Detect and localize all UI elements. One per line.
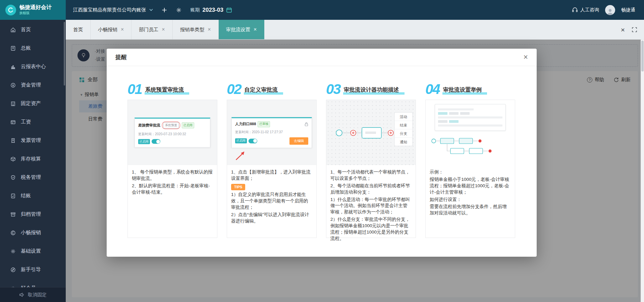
sidebar-item-funds[interactable]: 资金管理	[0, 76, 66, 94]
sidebar-item-general-ledger[interactable]: 总账	[0, 39, 66, 57]
sidebar-item-settings[interactable]: 基础设置	[0, 242, 66, 260]
sidebar-item-home[interactable]: 首页	[0, 20, 66, 39]
sidebar-item-label: 库存核算	[21, 156, 41, 162]
close-all-tabs-icon[interactable]: ×	[621, 26, 625, 33]
tab-expense[interactable]: 小畅报销 ×	[91, 20, 131, 39]
tab-home[interactable]: 首页	[66, 20, 91, 39]
paragraph: 2）点击“去编辑”可以进入到审批流设计器进行编辑。	[231, 212, 312, 224]
sidebar-item-payroll[interactable]: 工资	[0, 113, 66, 131]
toggle-on	[152, 139, 160, 144]
sidebar-item-label: 首页	[21, 27, 31, 33]
page-scrollbar[interactable]	[641, 40, 644, 302]
sidebar-item-inventory[interactable]: 库存核算	[0, 150, 66, 168]
mock-row: 差旅费审批流 系统预置 已启用	[138, 122, 207, 129]
fullscreen-icon[interactable]	[632, 27, 637, 33]
modal-column-designer: 03 审批流设计器功能描述	[326, 80, 416, 238]
app-logo-icon	[5, 5, 16, 15]
mock-chip	[460, 112, 470, 115]
sidebar-item-label: 发票管理	[21, 137, 41, 144]
mock-update-time: 更新时间：2020-11-02 17:27:37	[235, 130, 308, 135]
step-description: 1、每一个活动都代表一个审核的节点，可以设置多个节点； 2、每个活动都能在当前环…	[326, 165, 416, 247]
step-illustration: 差旅费审批流 系统预置 已启用 更新时间：2020-07-23 10:00:32…	[128, 100, 217, 165]
step-number: 02	[227, 83, 241, 96]
payroll-card-icon	[10, 119, 16, 125]
column-head: 04 审批流设置举例	[425, 80, 515, 96]
tab-approval-flow[interactable]: 审批流设置 ×	[219, 20, 265, 39]
step-heading: 审批流设计器功能描述	[343, 86, 405, 95]
tab-close-icon[interactable]: ×	[254, 27, 257, 32]
sidebar-item-label: 好会员	[21, 285, 36, 287]
red-highlight-ring: 系统预置	[162, 122, 180, 129]
sidebar-item-label: 新手引导	[21, 266, 41, 273]
chevron-down-icon	[149, 9, 153, 11]
username: 畅捷通	[621, 7, 635, 13]
sidebar-item-fixed-assets[interactable]: 固定资产	[0, 94, 66, 113]
page-scrollbar-thumb[interactable]	[641, 41, 644, 71]
app-title: 畅捷通好会计	[19, 4, 52, 10]
sidebar-item-label: 总账	[21, 45, 31, 51]
step-heading: 自定义审批流	[244, 86, 283, 95]
step-heading: 系统预置审批流	[145, 86, 190, 95]
tab-label: 首页	[73, 27, 83, 33]
tabbar-actions: ×	[621, 20, 644, 39]
unpin-sidebar-button[interactable]: 取消固定	[0, 287, 66, 302]
sidebar-item-label: 云报表中心	[21, 63, 46, 70]
designer-menu-branch: 分支	[400, 132, 407, 136]
funds-icon	[10, 82, 16, 88]
paragraph: 1、 每个报销单类型，系统会有默认的报销审批流。	[132, 169, 213, 182]
step-card: 示例： 报销单金额小于1000元，老板-会计审核流程；报销单金额超过1000元，…	[425, 100, 515, 238]
tab-label: 审批流设置	[226, 27, 251, 33]
tab-label: 报销单类型	[180, 27, 205, 33]
column-head: 02 自定义审批流	[227, 80, 317, 96]
tab-expense-type[interactable]: 报销单类型 ×	[173, 20, 219, 39]
sidebar-item-guide[interactable]: 新手引导	[0, 260, 66, 279]
tax-shield-icon	[10, 174, 16, 181]
sidebar-item-cloud-reports[interactable]: 云报表中心	[0, 57, 66, 76]
mock-chips	[438, 120, 502, 123]
headset-icon	[572, 7, 578, 13]
sidebar-item-label: 税务管理	[21, 174, 41, 181]
unpin-label: 取消固定	[28, 292, 47, 298]
status-badge: 已启用	[235, 138, 247, 144]
app-edition: 旗舰版	[19, 11, 52, 15]
tab-dept-staff[interactable]: 部门员工 ×	[131, 20, 172, 39]
company-selector[interactable]: 江西服宝精品有限责任公司内账张	[73, 7, 153, 13]
column-head: 03 审批流设计器功能描述	[326, 80, 416, 96]
accounting-period[interactable]: 账期 2023-03	[191, 7, 232, 13]
paragraph: 1、点击【新增审批流】，进入到审批流设置界面；	[231, 169, 312, 182]
mock-bar	[438, 116, 502, 118]
modal-title: 提醒	[115, 53, 127, 61]
tab-close-icon[interactable]: ×	[121, 27, 124, 32]
support-button[interactable]: 人工咨询	[572, 7, 599, 13]
tab-close-icon[interactable]: ×	[208, 27, 211, 32]
ledger-icon	[10, 45, 16, 51]
modal-close-icon[interactable]: ×	[524, 53, 528, 61]
mock-chip	[438, 112, 447, 115]
status-badge: 已启用	[138, 139, 150, 144]
step-number: 01	[127, 83, 142, 96]
add-account-button[interactable]	[162, 7, 167, 13]
step-heading: 审批流设置举例	[442, 86, 487, 95]
modal-body: 01 系统预置审批流 差旅费审批流 系统预置 已启用 更新时间：2020-07-…	[107, 66, 537, 238]
sidebar-item-invoice[interactable]: 发票管理	[0, 131, 66, 150]
sidebar-item-label: 小畅报销	[21, 230, 41, 236]
settings-gear-icon	[10, 248, 16, 254]
logo-text: 畅捷通好会计 旗舰版	[19, 4, 52, 15]
sidebar-scrollbar[interactable]	[64, 22, 65, 86]
sidebar-item-label: 基础设置	[21, 248, 41, 254]
tab-label: 小畅报销	[98, 27, 117, 33]
sidebar-item-archive[interactable]: 归档管理	[0, 205, 66, 223]
sidebar-item-label: 资金管理	[21, 82, 41, 88]
mock-row: 已启用 去编辑	[235, 137, 308, 145]
sidebar-item-membership[interactable]: 好会员	[0, 279, 66, 287]
invoice-icon	[10, 138, 16, 144]
gear-icon[interactable]	[176, 7, 182, 13]
enabled-badge: 已启用	[182, 122, 194, 129]
sidebar-item-closing[interactable]: 结账	[0, 187, 66, 205]
period-label: 账期	[191, 7, 200, 13]
tab-close-icon[interactable]: ×	[162, 27, 165, 32]
sidebar-item-tax[interactable]: 税务管理	[0, 168, 66, 187]
sidebar-item-expense[interactable]: 小畅报销	[0, 223, 66, 242]
avatar[interactable]	[605, 5, 615, 15]
step-number: 04	[425, 83, 440, 96]
